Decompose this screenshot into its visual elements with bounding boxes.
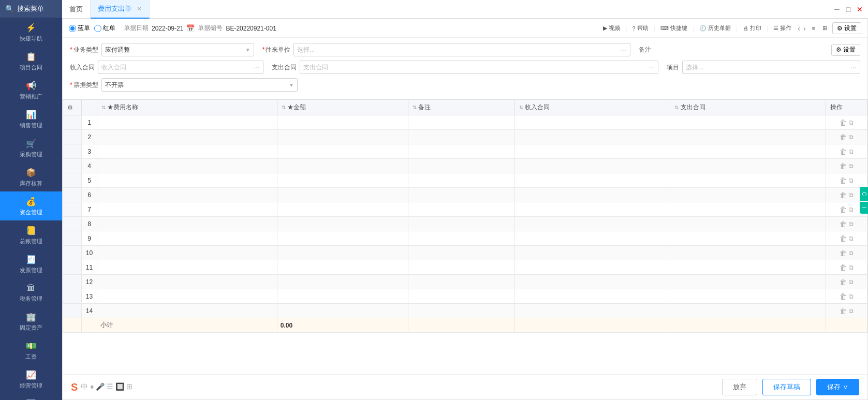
row-income-contract-7[interactable] [514,202,670,217]
row-amount-1[interactable] [277,115,408,130]
row-expense-name-10[interactable] [97,246,277,260]
row-income-contract-2[interactable] [514,130,670,144]
row-income-contract-1[interactable] [514,115,670,130]
row-amount-9[interactable] [277,231,408,246]
row-expense-name-8[interactable] [97,217,277,231]
row-copy-6[interactable]: ⧉ [849,191,854,199]
row-copy-3[interactable]: ⧉ [849,148,854,155]
tab-home[interactable]: 首页 [62,0,91,19]
row-expense-name-9[interactable] [97,231,277,246]
row-expense-contract-4[interactable] [670,159,826,173]
sidebar-item-sales-promo[interactable]: 📢 营销推广 [0,76,62,105]
project-dots[interactable]: ··· [850,63,857,71]
win-close[interactable]: ✕ [856,5,864,13]
row-expense-contract-11[interactable] [670,260,826,275]
sidebar-item-fixed-assets[interactable]: 🏢 固定资产 [0,307,62,336]
row-delete-14[interactable]: 🗑 [840,307,847,315]
col-expense-name[interactable]: ⇅ ★费用名称 [97,100,277,115]
row-remark-4[interactable] [408,159,514,173]
row-income-contract-9[interactable] [514,231,670,246]
row-copy-7[interactable]: ⧉ [849,206,854,213]
row-expense-name-3[interactable] [97,144,277,159]
row-income-contract-5[interactable] [514,173,670,188]
row-remark-13[interactable] [408,289,514,304]
grid-view-btn[interactable]: ⊞ [820,24,829,33]
row-expense-contract-9[interactable] [670,231,826,246]
sidebar-item-inventory[interactable]: 📦 库存核算 [0,162,62,191]
row-expense-contract-8[interactable] [670,217,826,231]
action-operation[interactable]: ☰ 操作 [771,23,793,33]
col-expense-contract[interactable]: ⇅ 支出合同 [670,100,826,115]
row-income-contract-10[interactable] [514,246,670,260]
sidebar-item-accounting[interactable]: 📒 总账管理 [0,220,62,249]
row-income-contract-4[interactable] [514,159,670,173]
row-remark-10[interactable] [408,246,514,260]
row-expense-name-7[interactable] [97,202,277,217]
row-amount-10[interactable] [277,246,408,260]
row-copy-10[interactable]: ⧉ [849,249,854,257]
row-expense-name-14[interactable] [97,304,277,318]
set-button[interactable]: ⚙ 设置 [832,22,861,34]
row-expense-name-11[interactable] [97,260,277,275]
row-copy-8[interactable]: ⧉ [849,220,854,228]
row-expense-name-12[interactable] [97,275,277,289]
tab-expense-close[interactable]: ✕ [137,5,142,12]
action-help[interactable]: ? 帮助 [630,23,651,33]
row-income-contract-6[interactable] [514,188,670,202]
sidebar-search[interactable]: 🔍 搜索菜单 [0,0,62,18]
partner-input[interactable]: 选择... ··· [293,43,630,56]
save-button[interactable]: 保存 ∨ [816,379,859,395]
income-contract-dots[interactable]: ··· [254,63,260,71]
row-copy-14[interactable]: ⧉ [849,307,854,315]
row-delete-3[interactable]: 🗑 [840,147,847,156]
row-amount-4[interactable] [277,159,408,173]
form-set-button[interactable]: ⚙ 设置 [831,44,860,56]
action-shortcut[interactable]: ⌨ 快捷键 [658,23,689,33]
row-expense-contract-2[interactable] [670,130,826,144]
row-expense-contract-5[interactable] [670,173,826,188]
row-remark-7[interactable] [408,202,514,217]
action-history[interactable]: 🕘 历史单据 [697,23,733,33]
calendar-icon[interactable]: 📅 [186,24,195,32]
row-amount-5[interactable] [277,173,408,188]
row-delete-4[interactable]: 🗑 [840,162,847,170]
row-expense-contract-13[interactable] [670,289,826,304]
row-remark-11[interactable] [408,260,514,275]
radio-blue-dot[interactable] [69,25,76,32]
row-expense-name-4[interactable] [97,159,277,173]
row-delete-12[interactable]: 🗑 [840,278,847,286]
row-income-contract-3[interactable] [514,144,670,159]
action-video[interactable]: ▶ 视频 [601,23,622,33]
row-expense-contract-3[interactable] [670,144,826,159]
row-remark-3[interactable] [408,144,514,159]
right-btn-bottom[interactable]: I [860,202,868,214]
row-amount-13[interactable] [277,289,408,304]
row-copy-2[interactable]: ⧉ [849,134,854,141]
sidebar-item-project-contract[interactable]: 📋 项目合同 [0,47,62,76]
row-expense-name-5[interactable] [97,173,277,188]
row-expense-contract-1[interactable] [670,115,826,130]
row-remark-12[interactable] [408,275,514,289]
row-delete-9[interactable]: 🗑 [840,234,847,243]
radio-red-label[interactable]: 红单 [94,24,115,33]
partner-dots[interactable]: ··· [621,46,627,54]
col-gear[interactable]: ⚙ [63,100,82,115]
sidebar-item-ops-mgmt[interactable]: 📈 经营管理 [0,365,62,394]
row-delete-13[interactable]: 🗑 [840,292,847,301]
action-print[interactable]: 🖨 打印 [741,23,763,33]
radio-red-dot[interactable] [94,25,101,32]
row-expense-contract-10[interactable] [670,246,826,260]
row-expense-name-2[interactable] [97,130,277,144]
row-copy-9[interactable]: ⧉ [849,235,854,242]
row-expense-name-1[interactable] [97,115,277,130]
row-amount-3[interactable] [277,144,408,159]
nav-next[interactable]: › [802,23,807,34]
row-remark-9[interactable] [408,231,514,246]
row-expense-contract-7[interactable] [670,202,826,217]
row-expense-name-6[interactable] [97,188,277,202]
row-income-contract-12[interactable] [514,275,670,289]
sidebar-item-capital-mgmt[interactable]: 💰 资金管理 [0,191,62,220]
row-remark-1[interactable] [408,115,514,130]
row-delete-11[interactable]: 🗑 [840,263,847,272]
row-expense-name-13[interactable] [97,289,277,304]
